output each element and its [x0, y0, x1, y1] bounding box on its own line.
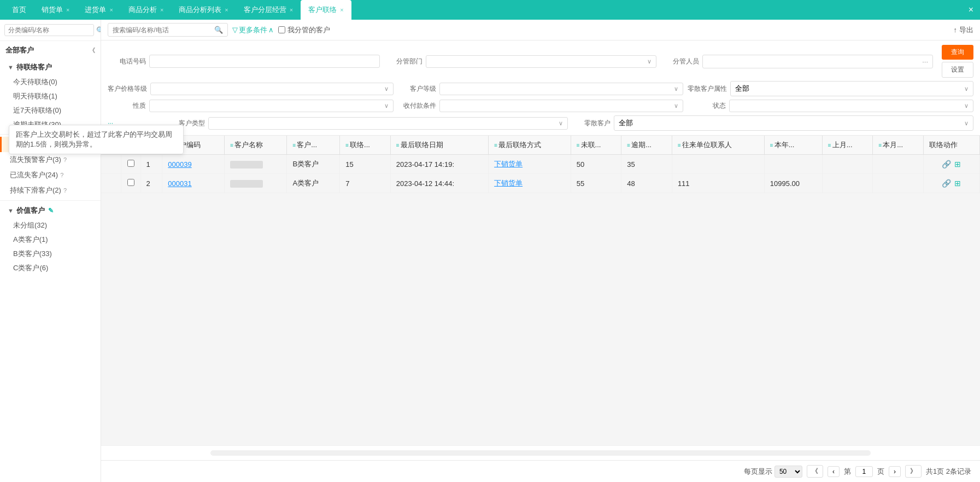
my-customers-checkbox[interactable]: 我分管的客户	[278, 25, 330, 35]
sidebar-group-pending[interactable]: ▼ 待联络客户	[0, 60, 101, 75]
first-page-btn[interactable]: 《	[807, 465, 823, 478]
row2-last-method[interactable]: 下销货单	[489, 174, 571, 193]
col-uncontacted[interactable]: ≡未联...	[571, 136, 621, 155]
sidebar-class-b[interactable]: B类客户(33)	[0, 247, 101, 261]
row2-checkbox[interactable]	[121, 174, 140, 193]
nav-purchase[interactable]: 进货单 ×	[77, 0, 120, 20]
row1-check[interactable]	[127, 160, 134, 167]
main-search-icon[interactable]: 🔍	[214, 26, 223, 34]
sidebar-churned[interactable]: 已流失客户(24) ?	[0, 167, 101, 183]
row2-method-link[interactable]: 下销货单	[494, 179, 523, 187]
help-icon-churn[interactable]: ?	[63, 156, 67, 163]
row1-code[interactable]: 000039	[162, 155, 225, 174]
nav-customer-tier[interactable]: 客户分层经营 ×	[236, 0, 301, 20]
nav-product-analysis[interactable]: 商品分析 ×	[121, 0, 171, 20]
more-conditions-btn[interactable]: ▽ 更多条件 ∧	[232, 25, 274, 35]
settings-button[interactable]: 设置	[942, 62, 973, 78]
nav-product-analysis-list-close[interactable]: ×	[225, 7, 228, 13]
dept-select[interactable]: ∨	[426, 55, 656, 68]
row1-last-date: 2023-04-17 14:19:	[390, 155, 488, 174]
nav-sales-close[interactable]: ×	[66, 7, 69, 13]
help-icon-declining[interactable]: ?	[63, 187, 67, 194]
value-group-edit-icon[interactable]: ✎	[48, 207, 54, 214]
sidebar-class-a[interactable]: A类客户(1)	[0, 233, 101, 247]
sidebar-unclassified[interactable]: 未分组(32)	[0, 218, 101, 233]
last-page-btn[interactable]: 》	[905, 465, 922, 478]
window-close-button[interactable]: ×	[969, 5, 973, 15]
manager-select[interactable]: ···	[702, 55, 933, 68]
retail-customer-select[interactable]: 全部 ∨	[614, 115, 973, 131]
search-box[interactable]: 🔍	[108, 23, 228, 37]
per-page-select[interactable]: 50 20 100	[774, 466, 802, 478]
col-this-year[interactable]: ≡本年...	[764, 136, 822, 155]
sidebar-search-input[interactable]	[4, 24, 94, 36]
help-icon-churned[interactable]: ?	[60, 172, 63, 178]
col-last-month[interactable]: ≡上月...	[822, 136, 873, 155]
row1-grid-icon[interactable]: ⊞	[954, 160, 961, 169]
row1-method-link[interactable]: 下销货单	[494, 160, 523, 168]
col-last-date[interactable]: ≡最后联络日期	[390, 136, 488, 155]
active-indicator	[0, 137, 2, 152]
sidebar-collapse-icon[interactable]: 《	[89, 47, 95, 55]
phone-input[interactable]	[149, 55, 380, 68]
all-customers-title[interactable]: 全部客户 《	[0, 41, 101, 60]
sort-year-icon: ≡	[770, 142, 773, 148]
status-select[interactable]: ∨	[729, 100, 973, 112]
sidebar-declining[interactable]: 持续下滑客户(2) ?	[0, 183, 101, 198]
nav-product-analysis-close[interactable]: ×	[160, 7, 163, 13]
row2-check[interactable]	[127, 179, 134, 186]
horizontal-scrollbar[interactable]	[210, 450, 871, 456]
nav-product-analysis-list[interactable]: 商品分析列表 ×	[171, 0, 236, 20]
sidebar-class-c[interactable]: C类客户(6)	[0, 261, 101, 275]
row2-action-icons: 🔗 ⊞	[929, 179, 974, 188]
sort-last-month-icon: ≡	[828, 142, 831, 148]
query-button[interactable]: 查询	[942, 45, 973, 60]
next-page-btn[interactable]: ›	[889, 466, 901, 477]
nav-customer-tier-close[interactable]: ×	[290, 7, 293, 13]
sidebar-search-icon[interactable]: 🔍	[96, 26, 101, 34]
sidebar-tomorrow-contact[interactable]: 明天待联络(1)	[0, 89, 101, 103]
price-level-select[interactable]: ∨	[150, 83, 394, 95]
export-icon: ↑	[954, 26, 958, 34]
page-number-input[interactable]	[855, 466, 873, 477]
col-name[interactable]: ≡客户名称	[225, 136, 287, 155]
sidebar-group-value[interactable]: ▼ 价值客户 ✎	[0, 203, 101, 218]
row2-grid-icon[interactable]: ⊞	[954, 179, 961, 188]
row2-settings	[101, 174, 121, 193]
col-contact[interactable]: ≡联络...	[340, 136, 391, 155]
row2-name	[225, 174, 287, 193]
col-unit-contact[interactable]: ≡往来单位联系人	[672, 136, 764, 155]
row2-link-icon[interactable]: 🔗	[942, 179, 951, 188]
export-button[interactable]: ↑ 导出	[954, 25, 974, 35]
sidebar-churn-warning[interactable]: 流失预警客户(3) ?	[0, 152, 101, 167]
filter-row-2: 客户价格等级 ∨ 客户等级 ∨ 零散客户属性 全部	[108, 81, 973, 96]
col-type[interactable]: ≡客户...	[287, 136, 340, 155]
nav-purchase-close[interactable]: ×	[109, 7, 113, 13]
filter-status: 状态 ∨	[688, 100, 973, 112]
sidebar-today-contact[interactable]: 今天待联络(0)	[0, 75, 101, 89]
row1-checkbox[interactable]	[121, 155, 140, 174]
manager-ellipsis: ···	[922, 57, 928, 66]
row2-code[interactable]: 000031	[162, 174, 225, 193]
my-customers-input[interactable]	[278, 26, 285, 33]
table-row: 2 000031 A类客户 7 2023-04-12 14:44: 下销货单 5…	[101, 174, 980, 193]
row1-link-icon[interactable]: 🔗	[942, 160, 951, 169]
col-last-method[interactable]: ≡最后联络方式	[489, 136, 571, 155]
row1-last-method[interactable]: 下销货单	[489, 155, 571, 174]
nav-sales[interactable]: 销货单 ×	[34, 0, 77, 20]
row2-overdue: 48	[621, 174, 672, 193]
payment-select[interactable]: ∨	[439, 100, 684, 112]
retail-attr-select[interactable]: 全部 ∨	[730, 81, 973, 96]
col-overdue[interactable]: ≡逾期...	[621, 136, 672, 155]
sidebar-7days-contact[interactable]: 近7天待联络(0)	[0, 103, 101, 118]
customer-type-select[interactable]: ∨	[208, 117, 568, 130]
prev-page-btn[interactable]: ‹	[828, 466, 840, 477]
main-search-input[interactable]	[113, 26, 214, 34]
nav-customer-contact-close[interactable]: ×	[340, 7, 343, 13]
nature-select[interactable]: ∨	[149, 100, 394, 112]
row2-actions: 🔗 ⊞	[923, 174, 979, 193]
col-this-month[interactable]: ≡本月...	[873, 136, 924, 155]
customer-level-select[interactable]: ∨	[439, 83, 684, 95]
nav-customer-contact[interactable]: 客户联络 ×	[301, 0, 351, 20]
nav-home[interactable]: 首页	[4, 0, 34, 20]
